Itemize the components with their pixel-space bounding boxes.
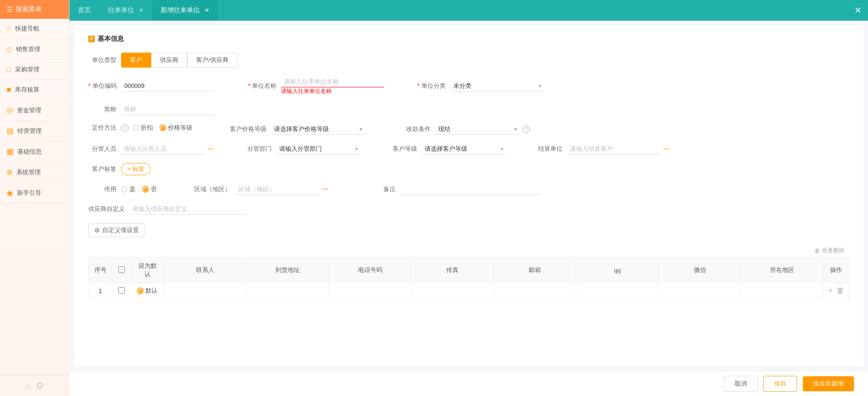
section-bar-icon: P xyxy=(88,36,95,42)
tab-partners-close[interactable]: ✕ xyxy=(139,7,144,14)
region-label: 区域（地区） xyxy=(194,185,236,194)
type-btn-customer[interactable]: 客户 xyxy=(121,53,151,68)
gear-icon: ⚙ xyxy=(94,227,100,234)
location-input[interactable] xyxy=(746,287,819,295)
short-name-row: 简称 xyxy=(88,104,849,115)
default-radio[interactable]: 默认 xyxy=(136,287,159,295)
unit-code-input[interactable] xyxy=(122,80,215,92)
payment-terms-label: 收款条件 xyxy=(403,125,435,133)
remark-label: 备注 xyxy=(367,185,400,194)
contacts-table: 序号 设为默认 联系人 到货地址 电话号码 传真 邮箱 qq 微信 所在地区 xyxy=(88,257,849,299)
th-fax: 传真 xyxy=(411,258,494,283)
row-checkbox[interactable] xyxy=(118,287,125,294)
cell-qq xyxy=(576,283,659,299)
dept-select[interactable]: 请输入分管部门 xyxy=(276,143,361,155)
short-name-input[interactable] xyxy=(121,104,215,115)
batch-delete-button[interactable]: 🗑 批量删除 xyxy=(815,247,845,255)
payment-terms-select-wrap: 现结 xyxy=(435,124,520,135)
short-name-label: 简称 xyxy=(88,105,121,114)
sidebar-item-label: 快捷导航 xyxy=(15,24,39,33)
th-contact: 联系人 xyxy=(164,258,247,283)
dept-label: 分管部门 xyxy=(244,145,276,153)
search-icon: ☰ xyxy=(7,6,13,13)
pricing-help-icon[interactable]: ? xyxy=(121,124,129,132)
save-button[interactable]: 保存 xyxy=(763,376,797,392)
batch-delete-label: 批量删除 xyxy=(822,247,845,255)
radio-price-level[interactable]: 价格等级 xyxy=(160,124,192,132)
fax-input[interactable] xyxy=(416,287,489,295)
add-row-btn[interactable]: + xyxy=(829,287,833,295)
sidebar-item-sales[interactable]: ◇ 销售管理 xyxy=(0,39,69,60)
settings-footer-icon[interactable]: ⚙ xyxy=(36,380,44,391)
qq-input[interactable] xyxy=(581,287,654,295)
unit-name-error: 请输入往来单位名称 xyxy=(281,87,384,95)
customer-level-select-wrap: 请选择客户等级 xyxy=(422,143,506,155)
disabled-label: 停用 xyxy=(88,185,121,194)
sidebar-footer: ⌂ ⚙ xyxy=(0,375,69,396)
radio-no[interactable]: 否 xyxy=(142,185,157,194)
radio-discount[interactable]: 折扣 xyxy=(132,124,153,132)
remark-input[interactable] xyxy=(400,184,541,195)
contact-input[interactable] xyxy=(169,287,242,295)
customer-level-field: 客户等级 请选择客户等级 xyxy=(389,143,506,155)
save-new-button[interactable]: 保存并新增 xyxy=(803,376,854,391)
delete-row-btn[interactable]: 🗑 xyxy=(837,287,844,295)
home-footer-icon[interactable]: ⌂ xyxy=(25,380,30,391)
tab-new-partner-close[interactable]: ✕ xyxy=(205,7,209,14)
payment-terms-select[interactable]: 现结 xyxy=(435,124,520,135)
email-input[interactable] xyxy=(499,287,571,295)
sidebar-item-basic[interactable]: ▦ 基础信息 xyxy=(0,141,69,162)
sidebar-item-purchase[interactable]: □ 采购管理 xyxy=(0,60,69,80)
region-more-btn[interactable]: ··· xyxy=(320,185,330,194)
type-btn-both[interactable]: 客户/供应商 xyxy=(187,53,237,68)
tab-new-partner[interactable]: 新增往来单位 ✕ xyxy=(152,0,218,21)
sidebar-item-quick-nav[interactable]: ○ 快捷导航 xyxy=(0,19,69,39)
bottom-bar: 取消 保存 保存并新增 xyxy=(69,371,868,396)
phone-input[interactable] xyxy=(334,287,406,295)
unit-type-label: 单位类型 xyxy=(88,56,121,64)
customer-level-select[interactable]: 请选择客户等级 xyxy=(422,143,506,155)
tab-partners[interactable]: 往来单位 ✕ xyxy=(99,0,152,21)
tag-add-button[interactable]: + 标签 xyxy=(121,163,151,175)
customer-price-select[interactable]: 请选择客户价格等级 xyxy=(271,124,365,135)
radio-discount-circle xyxy=(132,124,139,131)
type-btn-supplier[interactable]: 供应商 xyxy=(151,53,187,68)
payment-help-icon[interactable]: ? xyxy=(523,125,530,133)
tab-home[interactable]: 首页 xyxy=(69,0,99,21)
radio-no-label: 否 xyxy=(151,185,157,194)
sidebar-item-system[interactable]: ⊕ 系统管理 xyxy=(0,162,69,183)
radio-yes[interactable]: 是 xyxy=(121,185,136,194)
cancel-button[interactable]: 取消 xyxy=(724,376,758,392)
customer-price-field: 客户价格等级 请选择客户价格等级 xyxy=(230,124,365,135)
region-input[interactable] xyxy=(236,184,320,195)
th-qq: qq xyxy=(576,258,659,283)
close-all-button[interactable]: ✕ xyxy=(854,6,861,15)
wechat-input[interactable] xyxy=(663,287,736,295)
th-location: 所在地区 xyxy=(741,258,823,283)
finance-icon: ◎ xyxy=(7,106,13,115)
disabled-row: 停用 是 否 区域（地区） xyxy=(88,184,849,195)
customer-price-select-wrap: 请选择客户价格等级 xyxy=(271,124,365,135)
manager-more-btn[interactable]: ··· xyxy=(206,145,215,153)
supplier-custom-input[interactable] xyxy=(129,203,247,215)
address-input[interactable] xyxy=(251,287,324,295)
tabbar: 首页 往来单位 ✕ 新增往来单位 ✕ ✕ xyxy=(69,0,868,21)
settlement-more-btn[interactable]: ··· xyxy=(661,145,671,153)
sidebar-item-finance[interactable]: ◎ 资金管理 xyxy=(0,100,69,121)
manager-input[interactable] xyxy=(121,143,206,155)
cell-address xyxy=(246,283,329,299)
custom-settings-button[interactable]: ⚙ 自定义项设置 xyxy=(88,223,145,237)
select-all-checkbox[interactable] xyxy=(118,266,125,273)
cell-location xyxy=(741,283,823,299)
supplier-custom-row: 供应商自定义 xyxy=(88,203,849,215)
unit-category-select[interactable]: 未分类 xyxy=(450,80,544,92)
tag-btn-label: + 标签 xyxy=(127,165,145,173)
unit-name-input[interactable] xyxy=(281,76,384,87)
settlement-input[interactable] xyxy=(567,143,661,155)
customer-level-label: 客户等级 xyxy=(389,145,422,153)
sidebar-search[interactable]: ☰ 搜索菜单 xyxy=(0,0,69,19)
supplier-custom-label: 供应商自定义 xyxy=(88,205,129,213)
sidebar-item-newbie[interactable]: ◉ 新手引导 xyxy=(0,183,69,203)
sidebar-item-operations[interactable]: ▤ 经营管理 xyxy=(0,121,69,141)
sidebar-item-inventory[interactable]: ■ 库存核算 xyxy=(0,80,69,100)
